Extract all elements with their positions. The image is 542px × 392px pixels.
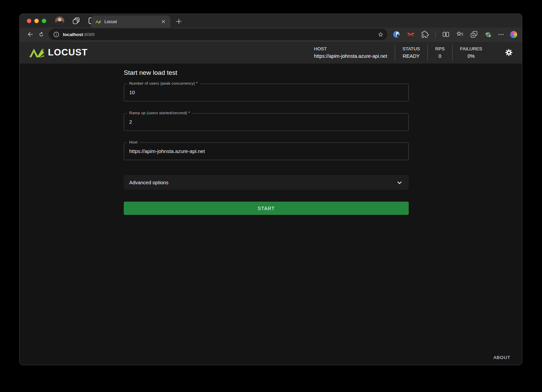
users-field[interactable]: Number of users (peak concurrency) * 10 <box>124 84 409 101</box>
about-link[interactable]: ABOUT <box>493 355 510 360</box>
browser-window: Locust localhost:8089 <box>19 14 522 365</box>
toolbar-divider <box>435 31 436 38</box>
users-field-label: Number of users (peak concurrency) * <box>127 81 200 85</box>
chevron-down-icon <box>396 179 403 186</box>
close-window-button[interactable] <box>27 19 31 23</box>
copilot-icon[interactable] <box>510 31 517 38</box>
advanced-options-label: Advanced options <box>129 180 168 185</box>
fullscreen-window-button[interactable] <box>42 19 46 23</box>
collections-icon[interactable] <box>470 31 478 38</box>
url-port: :8089 <box>83 32 95 37</box>
workspaces-icon[interactable] <box>72 17 80 24</box>
start-button[interactable]: START <box>124 202 409 215</box>
locust-logo-link[interactable]: LOCUST <box>29 47 88 58</box>
minimize-window-button[interactable] <box>34 19 39 23</box>
load-test-form: Start new load test Number of users (pea… <box>124 64 409 215</box>
stat-status-label: STATUS <box>403 46 420 51</box>
stat-host-value: https://apim-johnsta.azure-api.net <box>314 53 387 59</box>
stat-failures: FAILURES 0% <box>452 45 490 61</box>
refresh-icon[interactable] <box>38 31 45 38</box>
stat-rps: RPS 0 <box>427 45 452 61</box>
profile-avatar[interactable] <box>55 16 64 25</box>
locust-header: LOCUST HOST https://apim-johnsta.azure-a… <box>20 41 522 64</box>
tab-strip: Locust <box>20 14 522 28</box>
extensions-puzzle-icon[interactable] <box>421 31 429 38</box>
password-manager-extension-icon[interactable] <box>393 31 400 38</box>
ramp-up-field-label: Ramp up (users started/second) * <box>127 111 192 115</box>
tab-locust[interactable]: Locust <box>91 16 170 28</box>
url-text: localhost:8089 <box>63 32 95 37</box>
more-menu-icon[interactable] <box>498 34 504 35</box>
ramp-up-field-value[interactable]: 2 <box>124 114 408 131</box>
tab-title: Locust <box>104 19 117 24</box>
stat-failures-value: 0% <box>468 53 475 59</box>
extension-area <box>393 31 517 38</box>
host-field-value[interactable]: https://apim-johnsta.azure-api.net <box>124 143 408 160</box>
url-hostname: localhost <box>63 32 83 37</box>
status-badge: READY <box>403 53 420 59</box>
host-field[interactable]: Host https://apim-johnsta.azure-api.net <box>124 142 409 160</box>
tab-close-icon[interactable] <box>160 19 166 24</box>
split-screen-icon[interactable] <box>442 31 450 38</box>
bookmark-star-icon[interactable] <box>377 31 384 38</box>
stat-host-label: HOST <box>314 46 387 51</box>
host-field-label: Host <box>127 140 139 144</box>
site-info-icon[interactable] <box>53 31 60 38</box>
locust-logo-icon <box>29 47 45 58</box>
browser-essentials-icon[interactable] <box>484 31 492 38</box>
users-field-value[interactable]: 10 <box>124 84 408 101</box>
browser-toolbar: localhost:8089 <box>20 28 522 41</box>
advanced-options-accordion[interactable]: Advanced options <box>124 175 409 190</box>
new-tab-icon[interactable] <box>174 17 183 26</box>
window-controls <box>27 19 46 23</box>
stat-rps-value: 0 <box>439 53 441 59</box>
address-bar[interactable]: localhost:8089 <box>49 29 387 40</box>
red-x-extension-icon[interactable] <box>407 31 415 38</box>
stat-host: HOST https://apim-johnsta.azure-api.net <box>306 45 394 61</box>
page-content: Start new load test Number of users (pea… <box>20 64 522 365</box>
stat-failures-label: FAILURES <box>460 46 482 51</box>
brand-title: LOCUST <box>48 47 88 58</box>
locust-favicon <box>95 19 101 24</box>
settings-gear-icon[interactable] <box>505 48 513 57</box>
stat-rps-label: RPS <box>435 46 445 51</box>
stat-status: STATUS READY <box>395 45 427 61</box>
ramp-up-field[interactable]: Ramp up (users started/second) * 2 <box>124 113 409 131</box>
favorites-icon[interactable] <box>456 31 464 38</box>
header-stats: HOST https://apim-johnsta.azure-api.net … <box>306 45 490 61</box>
page-title: Start new load test <box>124 69 409 76</box>
back-icon[interactable] <box>27 31 34 38</box>
